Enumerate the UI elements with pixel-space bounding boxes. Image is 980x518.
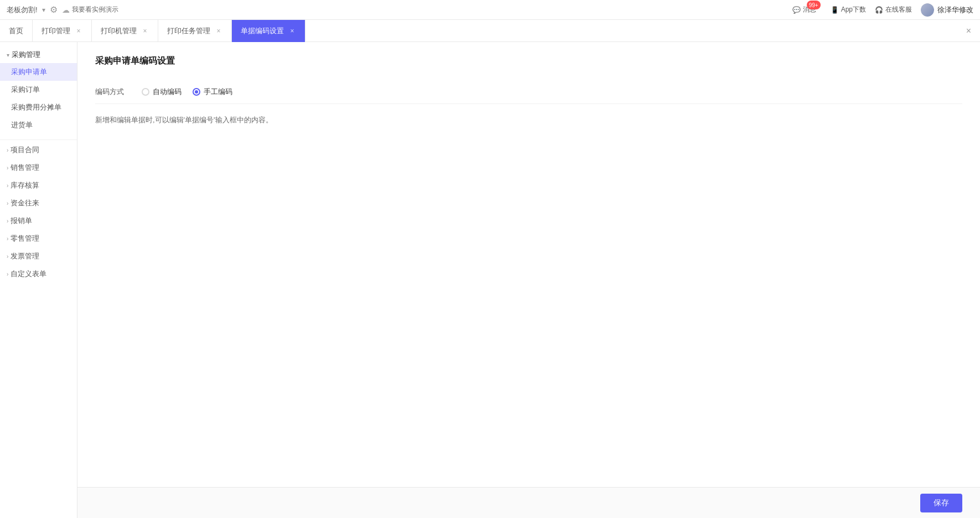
encoding-label: 编码方式 (95, 87, 128, 97)
tab-print-task-close[interactable]: × (215, 27, 222, 35)
sidebar-group-purchase-title[interactable]: ▾ 采购管理 (0, 46, 77, 63)
sidebar-item-retail[interactable]: › 零售管理 (0, 230, 77, 247)
radio-group: 自动编码 手工编码 (142, 87, 232, 97)
sidebar-item-retail-label: 零售管理 (11, 234, 39, 244)
sidebar-item-purchase-expense[interactable]: 采购费用分摊单 (0, 99, 77, 116)
main-layout: ▾ 采购管理 采购申请单 采购订单 采购费用分摊单 进货单 › 项目合同 › 销… (0, 42, 980, 518)
app-download-action[interactable]: 📱 App下数 (831, 5, 866, 14)
sidebar-item-project-contract-label: 项目合同 (11, 145, 39, 155)
message-badge: 99+ (807, 1, 821, 9)
sidebar-item-returns-label: 报销单 (11, 216, 32, 226)
retail-arrow-icon: › (7, 236, 8, 242)
sidebar-item-returns[interactable]: › 报销单 (0, 212, 77, 230)
radio-auto-circle (142, 88, 149, 96)
user-area[interactable]: 徐泽华修改 (921, 3, 973, 17)
brand-chevron-icon[interactable]: ▾ (42, 6, 45, 14)
demo-text: 我要看实例演示 (72, 5, 118, 14)
invoice-arrow-icon: › (7, 253, 8, 260)
top-bar-left: 老板勿割! ▾ ⚙ ☁ 我要看实例演示 (7, 4, 118, 15)
message-action[interactable]: 💬 消息 99+ (792, 5, 816, 14)
content-footer: 保存 (77, 487, 980, 518)
online-service-action[interactable]: 🎧 在线客服 (875, 5, 912, 14)
custom-forms-arrow-icon: › (7, 271, 8, 277)
sidebar-divider-1 (0, 139, 77, 140)
settings-icon[interactable]: ⚙ (50, 4, 58, 15)
sidebar-item-purchase-request[interactable]: 采购申请单 (0, 63, 77, 81)
radio-auto-label: 自动编码 (153, 87, 182, 97)
avatar (921, 3, 934, 17)
sidebar-item-sales-label: 销售管理 (11, 163, 39, 173)
page-title: 采购申请单编码设置 (95, 55, 962, 67)
sidebar-item-stock-in-label: 进货单 (11, 121, 33, 129)
sidebar-item-custom-forms[interactable]: › 自定义表单 (0, 265, 77, 283)
tab-printer-management-label: 打印机管理 (101, 26, 137, 36)
top-bar-right: 💬 消息 99+ 📱 App下数 🎧 在线客服 徐泽华修改 (792, 3, 973, 17)
online-service-label: 在线客服 (885, 5, 912, 14)
tab-printer-management-close[interactable]: × (141, 27, 149, 35)
sidebar-item-purchase-request-label: 采购申请单 (11, 68, 47, 76)
inventory-arrow-icon: › (7, 183, 8, 189)
tab-print-management[interactable]: 打印管理 × (33, 20, 92, 42)
sidebar-item-purchase-order[interactable]: 采购订单 (0, 81, 77, 99)
project-contract-arrow-icon: › (7, 147, 8, 153)
tab-bar-global-close[interactable]: × (966, 26, 971, 36)
save-button[interactable]: 保存 (920, 494, 962, 512)
sidebar: ▾ 采购管理 采购申请单 采购订单 采购费用分摊单 进货单 › 项目合同 › 销… (0, 42, 77, 518)
returns-arrow-icon: › (7, 218, 8, 224)
tab-bar: 首页 打印管理 × 打印机管理 × 打印任务管理 × 单据编码设置 × × (0, 20, 980, 42)
demo-link[interactable]: ☁ 我要看实例演示 (62, 5, 118, 14)
message-icon: 💬 (792, 6, 801, 14)
tab-print-management-label: 打印管理 (42, 26, 70, 36)
tab-print-task-label: 打印任务管理 (167, 26, 210, 36)
top-bar: 老板勿割! ▾ ⚙ ☁ 我要看实例演示 💬 消息 99+ 📱 App下数 🎧 在… (0, 0, 980, 20)
tab-bill-code-setting[interactable]: 单据编码设置 × (232, 20, 305, 42)
sidebar-item-project-contract[interactable]: › 项目合同 (0, 141, 77, 159)
radio-auto[interactable]: 自动编码 (142, 87, 182, 97)
sidebar-item-invoice-label: 发票管理 (11, 251, 39, 261)
app-download-label: App下数 (841, 5, 866, 14)
close-icon: × (966, 26, 971, 36)
tab-printer-management[interactable]: 打印机管理 × (92, 20, 158, 42)
sidebar-item-invoice[interactable]: › 发票管理 (0, 247, 77, 265)
sidebar-item-funds-label: 资金往来 (11, 198, 39, 208)
brand-text: 老板勿割! (7, 5, 38, 15)
content-area: 采购申请单编码设置 编码方式 自动编码 手工编码 新增和编辑单据时,可以编辑'单… (77, 42, 980, 518)
tab-bill-code-setting-label: 单据编码设置 (241, 26, 284, 36)
app-icon: 📱 (831, 6, 839, 14)
sidebar-item-inventory-label: 库存核算 (11, 180, 39, 190)
headset-icon: 🎧 (875, 6, 883, 14)
encoding-row: 编码方式 自动编码 手工编码 (95, 80, 962, 104)
sidebar-item-stock-in[interactable]: 进货单 (0, 116, 77, 134)
tab-home[interactable]: 首页 (0, 20, 33, 42)
radio-manual[interactable]: 手工编码 (193, 87, 232, 97)
sidebar-item-inventory[interactable]: › 库存核算 (0, 177, 77, 194)
hint-text: 新增和编辑单据时,可以编辑'单据编号'输入框中的内容。 (95, 115, 962, 125)
cloud-icon: ☁ (62, 6, 70, 14)
tab-print-task[interactable]: 打印任务管理 × (158, 20, 232, 42)
sidebar-item-purchase-expense-label: 采购费用分摊单 (11, 103, 61, 111)
purchase-arrow-icon: ▾ (7, 52, 9, 58)
radio-manual-circle (193, 88, 200, 96)
funds-arrow-icon: › (7, 200, 8, 206)
sidebar-item-custom-forms-label: 自定义表单 (11, 269, 46, 279)
radio-manual-label: 手工编码 (204, 87, 232, 97)
sales-arrow-icon: › (7, 165, 8, 171)
sidebar-group-purchase: ▾ 采购管理 采购申请单 采购订单 采购费用分摊单 进货单 (0, 42, 77, 138)
tab-bill-code-setting-close[interactable]: × (288, 27, 296, 35)
tab-print-management-close[interactable]: × (75, 27, 82, 35)
content-main: 采购申请单编码设置 编码方式 自动编码 手工编码 新增和编辑单据时,可以编辑'单… (77, 42, 980, 487)
sidebar-item-funds[interactable]: › 资金往来 (0, 194, 77, 212)
sidebar-item-sales[interactable]: › 销售管理 (0, 159, 77, 177)
sidebar-group-purchase-label: 采购管理 (12, 50, 40, 60)
tab-home-label: 首页 (9, 26, 23, 36)
sidebar-item-purchase-order-label: 采购订单 (11, 85, 40, 94)
user-name: 徐泽华修改 (937, 5, 973, 15)
